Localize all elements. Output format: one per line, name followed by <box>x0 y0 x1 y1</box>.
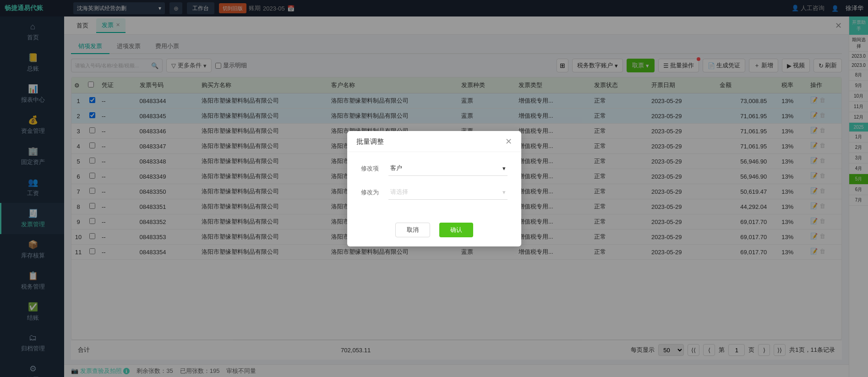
form-change-label: 修改为 <box>361 188 388 197</box>
modal-cancel-button[interactable]: 取消 <box>395 223 430 237</box>
modal-header: 批量调整 ✕ <box>347 131 521 152</box>
form-row-field: 修改项 客户 ▾ <box>361 161 508 176</box>
modal-body: 修改项 客户 ▾ 修改为 请选择 ▾ <box>347 152 521 218</box>
form-field-label: 修改项 <box>361 164 388 173</box>
modal-overlay[interactable]: 批量调整 ✕ 修改项 客户 ▾ 修改为 请选择 ▾ 取消 确认 <box>0 0 868 377</box>
change-chevron-icon: ▾ <box>502 189 506 196</box>
field-select[interactable]: 客户 ▾ <box>388 161 508 176</box>
field-value: 客户 <box>390 164 402 172</box>
modal-close-button[interactable]: ✕ <box>505 137 512 146</box>
modal-confirm-button[interactable]: 确认 <box>439 223 473 237</box>
modal-title: 批量调整 <box>356 137 384 146</box>
form-row-change: 修改为 请选择 ▾ <box>361 185 508 200</box>
modal-footer: 取消 确认 <box>347 218 521 246</box>
field-chevron-icon: ▾ <box>502 165 506 172</box>
batch-adjust-modal: 批量调整 ✕ 修改项 客户 ▾ 修改为 请选择 ▾ 取消 确认 <box>347 131 521 246</box>
change-select[interactable]: 请选择 ▾ <box>388 185 508 200</box>
change-placeholder: 请选择 <box>390 188 408 196</box>
